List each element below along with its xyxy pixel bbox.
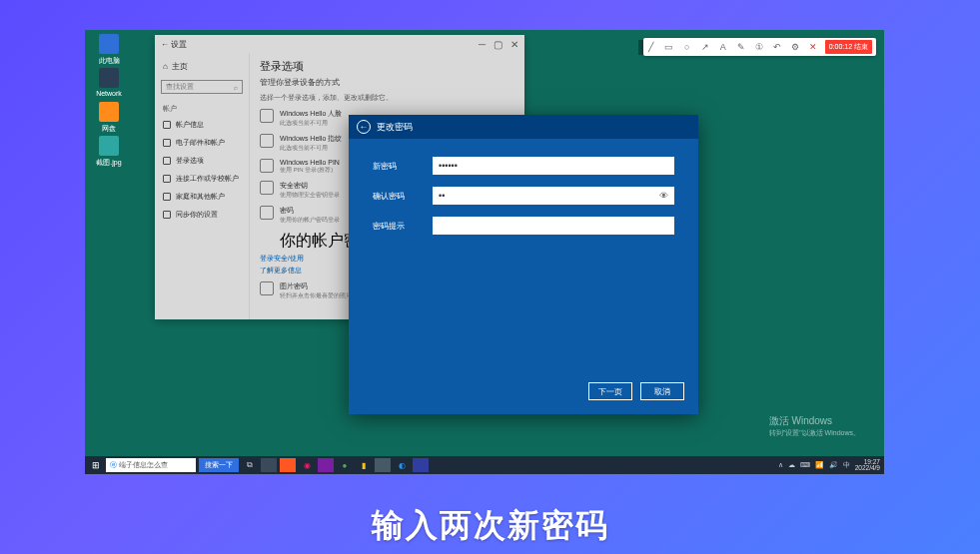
system-tray: ∧ ☁ ⌨ 📶 🔊 中 19:27 2022/4/9 — [778, 459, 880, 472]
window-title: 设置 — [171, 39, 187, 50]
change-password-dialog: ← 更改密码 新密码 •••••• 确认密码 ••👁 密码提示 下一页 取消 — [349, 115, 698, 414]
sidebar-item-account-info[interactable]: 帐户信息 — [155, 116, 249, 134]
page-note: 选择一个登录选项，添加、更改或删除它。 — [260, 94, 514, 103]
app-icon-7[interactable] — [375, 458, 391, 472]
keypad-icon — [260, 159, 274, 173]
search-button[interactable]: 搜索一下 — [199, 458, 239, 472]
window-titlebar: ← 设置 ─ ▢ ✕ — [155, 35, 524, 53]
app-icon-5[interactable]: ● — [337, 458, 353, 472]
face-icon — [260, 109, 274, 123]
mail-icon — [163, 139, 171, 147]
close-icon[interactable]: ✕ — [510, 39, 518, 50]
dialog-header: ← 更改密码 — [349, 115, 698, 139]
desktop-icon-network[interactable]: Network — [89, 68, 129, 97]
settings-sidebar: ⌂主页 查找设置⌕ 帐户 帐户信息 电子邮件和帐户 登录选项 连接工作或学校帐户… — [155, 53, 250, 319]
circle-icon[interactable]: ○ — [681, 41, 693, 53]
search-input[interactable]: 查找设置⌕ — [161, 80, 243, 94]
reveal-password-icon[interactable]: 👁 — [659, 191, 668, 201]
app-icon-1[interactable] — [261, 458, 277, 472]
search-icon: ⌕ — [234, 84, 238, 91]
briefcase-icon — [163, 175, 171, 183]
cancel-button[interactable]: 取消 — [640, 382, 684, 400]
home-icon: ⌂ — [163, 62, 168, 71]
tray-ime-icon[interactable]: ⌨ — [800, 461, 810, 469]
minimize-icon[interactable]: ─ — [479, 39, 486, 50]
key-icon — [163, 157, 171, 165]
label-new-password: 新密码 — [373, 161, 433, 172]
desktop: 此电脑 Network 网盘 截图.jpg ← 设置 ─ ▢ ✕ ⌂主页 查找设… — [85, 30, 884, 474]
taskbar: ⊞ ⓔ端子信息怎么查 搜索一下 ⧉ ◉ ● ▮ ◐ ∧ ☁ ⌨ 📶 🔊 中 19… — [85, 456, 884, 474]
tray-lang-icon[interactable]: 中 — [843, 460, 850, 470]
app-icon-2[interactable] — [280, 458, 296, 472]
taskbar-clock[interactable]: 19:27 2022/4/9 — [855, 459, 880, 472]
sidebar-home[interactable]: ⌂主页 — [155, 57, 249, 76]
recorder-timer[interactable]: 0:00:12 结束 — [825, 40, 872, 54]
label-hint: 密码提示 — [373, 221, 433, 232]
next-button[interactable]: 下一页 — [588, 382, 632, 400]
hint-input[interactable] — [433, 217, 674, 235]
draw-icon[interactable]: ╱ — [645, 41, 657, 53]
app-icon-9[interactable] — [413, 458, 429, 472]
app-icon-6[interactable]: ▮ — [356, 458, 372, 472]
start-button[interactable]: ⊞ — [89, 458, 103, 472]
sidebar-item-sync[interactable]: 同步你的设置 — [155, 206, 249, 224]
app-icon-3[interactable]: ◉ — [299, 458, 315, 472]
task-view-icon[interactable]: ⧉ — [242, 458, 258, 472]
number-icon[interactable]: ① — [753, 41, 765, 53]
desktop-icon-pc[interactable]: 此电脑 — [89, 34, 129, 66]
tray-network-icon[interactable]: 📶 — [815, 461, 824, 469]
back-button[interactable]: ← — [357, 120, 371, 134]
activation-watermark: 激活 Windows 转到"设置"以激活 Windows。 — [769, 414, 860, 438]
desktop-icon-drive[interactable]: 网盘 — [89, 102, 129, 134]
sidebar-item-family[interactable]: 家庭和其他帐户 — [155, 188, 249, 206]
page-title: 登录选项 — [260, 59, 514, 74]
rect-icon[interactable]: ▭ — [663, 41, 675, 53]
app-icon-8[interactable]: ◐ — [394, 458, 410, 472]
page-subtitle: 管理你登录设备的方式 — [260, 78, 514, 88]
people-icon — [163, 193, 171, 201]
tutorial-caption: 输入两次新密码 — [0, 504, 980, 548]
tray-expand-icon[interactable]: ∧ — [778, 461, 783, 469]
picture-icon — [260, 281, 274, 295]
fingerprint-icon — [260, 134, 274, 148]
ie-icon: ⓔ — [110, 460, 117, 470]
user-icon — [163, 121, 171, 129]
back-icon[interactable]: ← — [161, 40, 169, 49]
desktop-icon-image[interactable]: 截图.jpg — [89, 136, 129, 168]
sidebar-item-signin[interactable]: 登录选项 — [155, 152, 249, 170]
new-password-input[interactable]: •••••• — [433, 157, 674, 175]
brush-icon[interactable]: ✎ — [735, 41, 747, 53]
label-confirm-password: 确认密码 — [373, 191, 433, 202]
usb-key-icon — [260, 181, 274, 195]
recorder-close-icon[interactable]: ✕ — [807, 41, 819, 53]
sidebar-item-email[interactable]: 电子邮件和帐户 — [155, 134, 249, 152]
undo-icon[interactable]: ↶ — [771, 41, 783, 53]
app-icon-4[interactable] — [318, 458, 334, 472]
recorder-toolbar: ╱ ▭ ○ ↗ A ✎ ① ↶ ⚙ ✕ 0:00:12 结束 — [643, 38, 876, 56]
confirm-password-input[interactable]: ••👁 — [433, 187, 674, 205]
maximize-icon[interactable]: ▢ — [493, 39, 502, 50]
key-icon — [260, 206, 274, 220]
text-icon[interactable]: A — [717, 41, 729, 53]
taskbar-search[interactable]: ⓔ端子信息怎么查 — [106, 458, 196, 472]
arrow-icon[interactable]: ↗ — [699, 41, 711, 53]
dialog-title: 更改密码 — [377, 121, 413, 134]
sidebar-item-work[interactable]: 连接工作或学校帐户 — [155, 170, 249, 188]
settings-icon[interactable]: ⚙ — [789, 41, 801, 53]
sidebar-section: 帐户 — [155, 98, 249, 116]
tray-weather-icon[interactable]: ☁ — [788, 461, 795, 469]
sync-icon — [163, 211, 171, 219]
tray-volume-icon[interactable]: 🔊 — [829, 461, 838, 469]
